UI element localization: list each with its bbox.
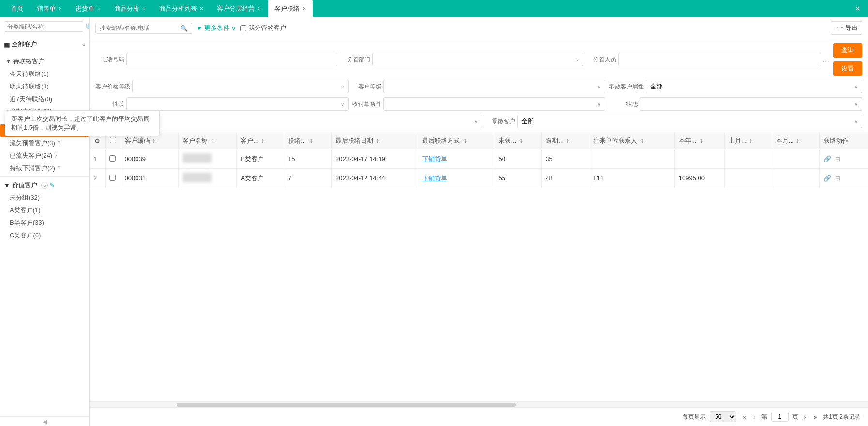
sort-icon-overdue: ⇅: [566, 138, 570, 144]
nav-product-list[interactable]: 商品分析列表 ×: [152, 0, 210, 17]
page-number-input[interactable]: [771, 412, 789, 422]
sidebar-item-7days[interactable]: 近7天待联络(0): [0, 93, 89, 105]
sidebar-item-lost-preview[interactable]: 流失预警客户(3) ?: [0, 137, 89, 149]
horizontal-scrollbar[interactable]: [90, 401, 868, 407]
select-all-checkbox[interactable]: [110, 137, 116, 143]
nav-product-analysis-close[interactable]: ×: [142, 5, 146, 12]
th-this-year[interactable]: 本年... ⇅: [674, 132, 724, 149]
td-checkbox-1: [105, 149, 121, 169]
td-person-2: 111: [589, 169, 674, 188]
prev-page-button[interactable]: ‹: [751, 412, 757, 422]
toolbar-my-customers[interactable]: 我分管的客户: [240, 24, 286, 32]
toolbar-search-icon[interactable]: 🔍: [180, 25, 188, 32]
customer-name-blur-1: [183, 153, 212, 163]
toolbar-filter-button[interactable]: ▼ 更多条件 ∨: [196, 24, 236, 32]
filter-phone-input[interactable]: [126, 53, 337, 66]
nav-product-list-close[interactable]: ×: [200, 5, 203, 12]
sidebar-collapse-icon[interactable]: «: [82, 42, 85, 47]
filter-gender-select[interactable]: ∨: [126, 97, 349, 111]
nav-sales-close[interactable]: ×: [59, 5, 62, 12]
filter-person-select[interactable]: [618, 53, 821, 66]
sidebar-item-a-class[interactable]: A类客户(1): [0, 204, 89, 217]
sidebar-pending-title[interactable]: ▼ 待联络客户: [0, 55, 89, 68]
edit-icon[interactable]: ✎: [50, 182, 55, 189]
td-date-2: 2023-04-12 14:44:: [332, 169, 418, 188]
toolbar-search-input[interactable]: [100, 25, 177, 31]
sidebar-item-already-lost[interactable]: 已流失客户(24) ?: [0, 149, 89, 162]
link-icon-2[interactable]: 🔗: [823, 175, 831, 182]
toolbar: 🔍 ▼ 更多条件 ∨ 我分管的客户 ↑ ↑ 导出: [90, 17, 868, 39]
row-checkbox-2[interactable]: [109, 175, 116, 181]
th-unlinked[interactable]: 未联... ⇅: [494, 132, 542, 149]
grid-icon: ▦: [4, 41, 10, 48]
sidebar-search-input[interactable]: [4, 21, 83, 32]
settings-icon[interactable]: ⚙: [94, 137, 100, 145]
filter-payment-select[interactable]: ∨: [383, 97, 606, 111]
filter-customer-type-select[interactable]: ∨: [137, 115, 482, 128]
sidebar-value-header[interactable]: ▼ 价值客户 ○ ✎: [0, 179, 89, 191]
td-unlinked-2: 55: [494, 169, 542, 188]
th-last-contact-method[interactable]: 最后联络方式 ⇅: [418, 132, 494, 149]
filter-dept-select[interactable]: ∨: [372, 53, 583, 66]
my-customers-checkbox[interactable]: [240, 25, 246, 31]
row-checkbox-1[interactable]: [109, 155, 116, 162]
next-page-button[interactable]: ›: [802, 412, 808, 422]
th-overdue[interactable]: 逾期... ⇅: [542, 132, 589, 149]
nav-purchase[interactable]: 进货单 ×: [69, 0, 107, 17]
th-contact-count[interactable]: 联络... ⇅: [284, 132, 332, 149]
th-last-contact-date[interactable]: 最后联络日期 ⇅: [332, 132, 418, 149]
th-this-month[interactable]: 本月... ⇅: [772, 132, 819, 149]
chevron-down-icon-price: ∨: [341, 84, 344, 89]
toolbar-search-box: 🔍: [95, 23, 192, 34]
last-page-button[interactable]: »: [812, 412, 819, 422]
filter-status-select[interactable]: ∨: [640, 97, 862, 111]
sidebar-content: ▦ 全部客户 « ▼ 待联络客户 今天待联络(0) 明天待联络(1) 近7天待联…: [0, 36, 89, 416]
th-name[interactable]: 客户名称 ⇅: [179, 132, 237, 149]
td-method-2: 下销货单: [418, 169, 494, 188]
td-name-2: [179, 169, 237, 188]
filter-retail-customer-select[interactable]: 全部 ∨: [517, 115, 862, 128]
th-contact-person[interactable]: 往来单位联系人 ⇅: [589, 132, 674, 149]
sidebar-item-continuous-down[interactable]: 持续下滑客户(2) ?: [0, 162, 89, 175]
sidebar-search-icon[interactable]: 🔍: [85, 23, 90, 30]
link-icon-1[interactable]: 🔗: [823, 155, 831, 162]
sidebar-item-tomorrow[interactable]: 明天待联络(1): [0, 80, 89, 93]
nav-sales[interactable]: 销售单 ×: [30, 0, 69, 17]
nav-customer-contact-close[interactable]: ×: [303, 5, 306, 12]
td-last-month-1: [725, 149, 772, 169]
nav-product-analysis[interactable]: 商品分析 ×: [107, 0, 152, 17]
sidebar-all-customers-header[interactable]: ▦ 全部客户 «: [0, 36, 89, 53]
filter-person-ellipsis[interactable]: ...: [823, 55, 829, 64]
filter-status: 状态 ∨: [609, 97, 862, 111]
sidebar-item-c-class[interactable]: C类客户(6): [0, 229, 89, 242]
filter-price-level-select[interactable]: ∨: [132, 80, 349, 93]
th-type[interactable]: 客户... ⇅: [237, 132, 284, 149]
grid-icon-2[interactable]: ⊞: [835, 175, 840, 182]
th-last-month[interactable]: 上月... ⇅: [725, 132, 772, 149]
setting-button[interactable]: 设置: [833, 61, 862, 76]
nav-customer-contact[interactable]: 客户联络 ×: [268, 0, 313, 17]
query-button[interactable]: 查询: [833, 43, 862, 58]
td-no-2: 2: [90, 169, 105, 188]
sidebar-item-b-class[interactable]: B类客户(33): [0, 217, 89, 229]
filter-retail-customer: 零散客户 全部 ∨: [486, 115, 862, 128]
sidebar-item-ungroup[interactable]: 未分组(32): [0, 191, 89, 204]
filter-customer-level-select[interactable]: ∨: [383, 80, 606, 93]
window-close-button[interactable]: ×: [851, 4, 864, 14]
nav-purchase-close[interactable]: ×: [97, 5, 101, 12]
sidebar-bottom[interactable]: ◀: [0, 416, 89, 426]
nav-customer-tier[interactable]: 客户分层经营 ×: [210, 0, 268, 17]
filter-retail-attr-select[interactable]: 全部 ∨: [646, 80, 862, 93]
scrollbar-thumb[interactable]: [177, 403, 516, 407]
customer-name-blur-2: [183, 173, 212, 182]
export-button[interactable]: ↑ ↑ 导出: [831, 21, 862, 35]
table-header-row: ⚙ 客户编码 ⇅ 客户名称 ⇅: [90, 132, 868, 149]
first-page-button[interactable]: «: [740, 412, 747, 422]
nav-home[interactable]: 首页: [4, 0, 30, 17]
per-page-select[interactable]: 50 100 200: [710, 411, 736, 422]
grid-icon-1[interactable]: ⊞: [835, 155, 840, 162]
sidebar-item-today[interactable]: 今天待联络(0): [0, 68, 89, 80]
sidebar-search-bar: 🔍: [0, 17, 89, 36]
nav-customer-tier-close[interactable]: ×: [258, 5, 261, 12]
data-table-container[interactable]: ⚙ 客户编码 ⇅ 客户名称 ⇅: [90, 132, 868, 401]
